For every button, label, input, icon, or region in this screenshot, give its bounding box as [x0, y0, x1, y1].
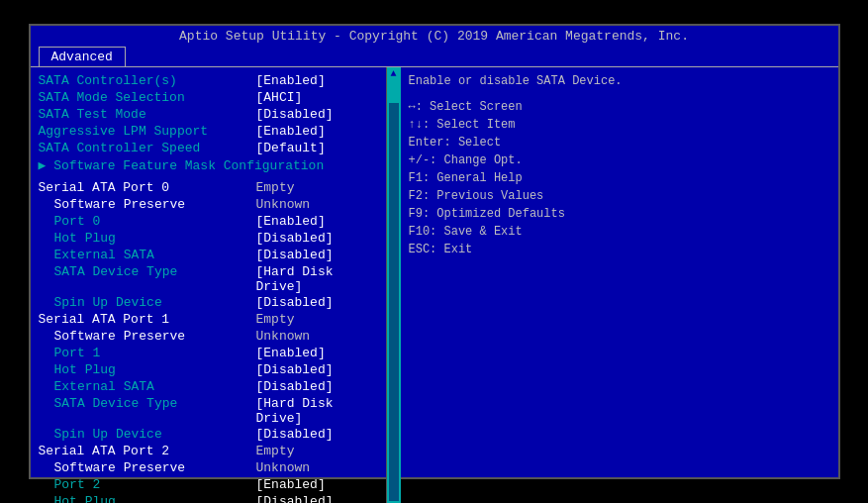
- menu-row-22[interactable]: Software PreserveUnknown: [39, 460, 378, 476]
- scroll-up-arrow[interactable]: ▲: [390, 67, 396, 81]
- menu-label-15: Software Preserve: [39, 329, 256, 345]
- keybind-5: F2: Previous Values: [409, 187, 830, 205]
- menu-value-16: [Enabled]: [256, 346, 326, 361]
- scroll-track: [389, 83, 399, 501]
- menu-value-21: Empty: [256, 444, 295, 459]
- keybind-0: ↔: Select Screen: [409, 98, 830, 116]
- help-text: Enable or disable SATA Device.: [409, 73, 830, 90]
- menu-value-12: [Hard Disk Drive]: [256, 264, 378, 294]
- scroll-thumb: [389, 83, 399, 103]
- menu-row-21[interactable]: Serial ATA Port 2Empty: [39, 444, 378, 459]
- menu-label-5: ▶ Software Feature Mask Configuration: [39, 157, 325, 173]
- keybind-3: +/-: Change Opt.: [409, 151, 830, 169]
- menu-label-11: External SATA: [39, 248, 256, 263]
- menu-value-10: [Disabled]: [256, 231, 334, 247]
- tab-bar: Advanced: [31, 47, 838, 66]
- menu-value-24: [Disabled]: [256, 494, 334, 503]
- menu-value-4: [Default]: [256, 141, 326, 156]
- menu-row-10[interactable]: Hot Plug[Disabled]: [39, 231, 378, 247]
- menu-label-17: Hot Plug: [39, 362, 256, 378]
- menu-value-8: Unknown: [256, 197, 311, 213]
- menu-value-20: [Disabled]: [256, 427, 334, 443]
- menu-label-16: Port 1: [39, 346, 256, 361]
- bios-screen: Aptio Setup Utility - Copyright (C) 2019…: [29, 24, 840, 479]
- menu-value-13: [Disabled]: [256, 295, 334, 311]
- menu-value-1: [AHCI]: [256, 90, 303, 106]
- title-text: Aptio Setup Utility - Copyright (C) 2019…: [179, 29, 689, 44]
- keybind-7: F10: Save & Exit: [409, 223, 830, 241]
- menu-row-2[interactable]: SATA Test Mode[Disabled]: [39, 107, 378, 123]
- menu-row-5[interactable]: ▶ Software Feature Mask Configuration: [39, 157, 378, 173]
- menu-row-18[interactable]: External SATA[Disabled]: [39, 379, 378, 395]
- menu-value-3: [Enabled]: [256, 124, 326, 140]
- menu-label-0: SATA Controller(s): [39, 73, 256, 89]
- menu-value-19: [Hard Disk Drive]: [256, 396, 378, 426]
- menu-row-7[interactable]: Serial ATA Port 0Empty: [39, 180, 378, 196]
- menu-label-21: Serial ATA Port 2: [39, 444, 256, 459]
- title-bar: Aptio Setup Utility - Copyright (C) 2019…: [31, 26, 838, 47]
- menu-label-20: Spin Up Device: [39, 427, 256, 443]
- menu-row-16[interactable]: Port 1[Enabled]: [39, 346, 378, 361]
- right-panel: Enable or disable SATA Device. ↔: Select…: [401, 67, 838, 503]
- menu-row-15[interactable]: Software PreserveUnknown: [39, 329, 378, 345]
- menu-row-9[interactable]: Port 0[Enabled]: [39, 214, 378, 230]
- menu-value-23: [Enabled]: [256, 477, 326, 493]
- menu-row-8[interactable]: Software PreserveUnknown: [39, 197, 378, 213]
- menu-value-7: Empty: [256, 180, 295, 196]
- menu-value-15: Unknown: [256, 329, 311, 345]
- menu-row-19[interactable]: SATA Device Type[Hard Disk Drive]: [39, 396, 378, 426]
- menu-label-13: Spin Up Device: [39, 295, 256, 311]
- menu-label-4: SATA Controller Speed: [39, 141, 256, 156]
- menu-value-18: [Disabled]: [256, 379, 334, 395]
- menu-label-1: SATA Mode Selection: [39, 90, 256, 106]
- menu-row-20[interactable]: Spin Up Device[Disabled]: [39, 427, 378, 443]
- menu-row-1[interactable]: SATA Mode Selection[AHCI]: [39, 90, 378, 106]
- menu-row-3[interactable]: Aggressive LPM Support[Enabled]: [39, 124, 378, 140]
- menu-label-24: Hot Plug: [39, 494, 256, 503]
- menu-label-19: SATA Device Type: [39, 396, 256, 426]
- scrollbar[interactable]: ▲ ▼: [387, 67, 401, 503]
- menu-row-13[interactable]: Spin Up Device[Disabled]: [39, 295, 378, 311]
- menu-value-0: [Enabled]: [256, 73, 326, 89]
- menu-label-14: Serial ATA Port 1: [39, 312, 256, 328]
- menu-row-11[interactable]: External SATA[Disabled]: [39, 248, 378, 263]
- menu-row-4[interactable]: SATA Controller Speed[Default]: [39, 141, 378, 156]
- menu-label-12: SATA Device Type: [39, 264, 256, 294]
- main-content: SATA Controller(s)[Enabled]SATA Mode Sel…: [31, 66, 838, 503]
- menu-label-18: External SATA: [39, 379, 256, 395]
- menu-value-2: [Disabled]: [256, 107, 334, 123]
- menu-label-23: Port 2: [39, 477, 256, 493]
- menu-label-10: Hot Plug: [39, 231, 256, 247]
- menu-value-17: [Disabled]: [256, 362, 334, 378]
- menu-value-9: [Enabled]: [256, 214, 326, 230]
- menu-label-7: Serial ATA Port 0: [39, 180, 256, 196]
- menu-row-23[interactable]: Port 2[Enabled]: [39, 477, 378, 493]
- keybind-4: F1: General Help: [409, 169, 830, 187]
- menu-row-0[interactable]: SATA Controller(s)[Enabled]: [39, 73, 378, 89]
- menu-row-17[interactable]: Hot Plug[Disabled]: [39, 362, 378, 378]
- tab-advanced[interactable]: Advanced: [39, 47, 126, 66]
- menu-label-8: Software Preserve: [39, 197, 256, 213]
- menu-label-22: Software Preserve: [39, 460, 256, 476]
- menu-row-12[interactable]: SATA Device Type[Hard Disk Drive]: [39, 264, 378, 294]
- menu-value-22: Unknown: [256, 460, 311, 476]
- menu-value-11: [Disabled]: [256, 248, 334, 263]
- menu-label-9: Port 0: [39, 214, 256, 230]
- menu-label-2: SATA Test Mode: [39, 107, 256, 123]
- menu-row-14[interactable]: Serial ATA Port 1Empty: [39, 312, 378, 328]
- keybind-6: F9: Optimized Defaults: [409, 205, 830, 223]
- menu-value-14: Empty: [256, 312, 295, 328]
- menu-row-24[interactable]: Hot Plug[Disabled]: [39, 494, 378, 503]
- keybind-8: ESC: Exit: [409, 241, 830, 258]
- keybind-1: ↑↓: Select Item: [409, 116, 830, 134]
- left-panel: SATA Controller(s)[Enabled]SATA Mode Sel…: [31, 67, 387, 503]
- menu-label-3: Aggressive LPM Support: [39, 124, 256, 140]
- keybind-2: Enter: Select: [409, 134, 830, 151]
- keybinds-section: ↔: Select Screen↑↓: Select ItemEnter: Se…: [409, 98, 830, 258]
